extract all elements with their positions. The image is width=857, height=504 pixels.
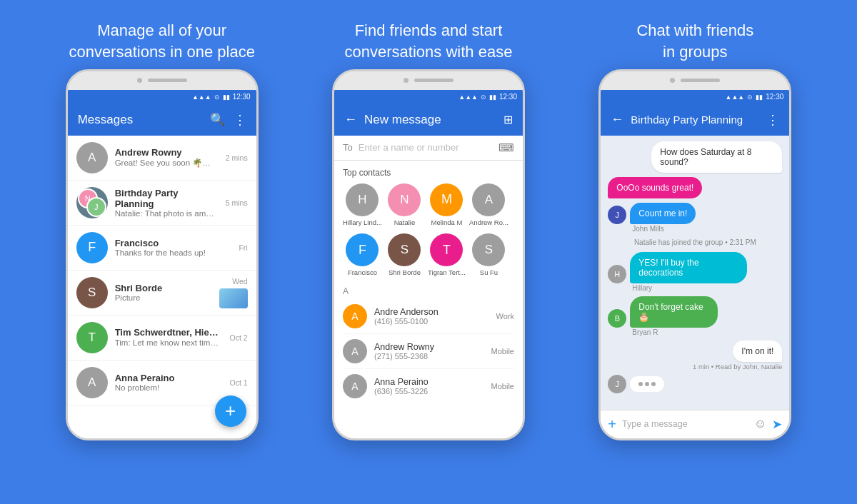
cl-avatar-2: A	[343, 339, 367, 363]
msg-info-2: Birthday Party Planning Natalie: That ph…	[115, 188, 219, 218]
contact-list-item-3[interactable]: A Anna Peraino (636) 555-3226 Mobile	[343, 369, 514, 403]
phone2-top-bar	[334, 71, 523, 90]
msg-name-2: Birthday Party Planning	[115, 188, 219, 209]
msg-item-4[interactable]: S Shri Borde Picture Wed	[68, 271, 256, 316]
overflow-icon1[interactable]: ⋮	[234, 112, 246, 128]
contact-avatar-su: S	[472, 233, 505, 266]
signal-icon3: ▲▲▲	[726, 94, 745, 101]
cl-name-2: Andrew Rowny	[374, 342, 484, 352]
add-icon[interactable]: +	[608, 416, 616, 433]
phone1-status-bar: ▲▲▲ ⊙ ▮▮ 12:30	[68, 90, 256, 104]
to-label: To	[343, 142, 353, 153]
battery-icon3: ▮▮	[756, 94, 763, 101]
typing-indicator: J	[608, 375, 782, 393]
cl-info-3: Anna Peraino (636) 555-3226	[374, 377, 484, 395]
bubble-4: YES! I'll buy the decorations	[630, 252, 747, 283]
msg-name-6: Anna Peraino	[115, 373, 223, 383]
fab-button[interactable]: +	[215, 395, 246, 427]
contact-avatar-francisco: F	[346, 233, 379, 266]
phone1-camera	[137, 78, 142, 83]
chat-input-placeholder[interactable]: Type a message	[622, 419, 748, 429]
dot2	[645, 382, 649, 386]
cl-phone-2: (271) 555-2368	[374, 352, 484, 361]
chat-msg-6: I'm on it! 1 min • Read by John, Natalie	[608, 341, 782, 371]
contact-shri[interactable]: S Shri Borde	[385, 233, 424, 276]
chat-msg-5: B Don't forget cake 🎂 Bryan R	[608, 296, 782, 336]
msg-item-1[interactable]: A Andrew Rowny Great! See you soon 🌴🌴🎉 2…	[68, 136, 256, 181]
bubble-6: I'm on it!	[733, 341, 782, 362]
phone2-app-bar: ← New message ⊞	[334, 104, 523, 136]
status-time1: 12:30	[233, 93, 251, 101]
back-icon3[interactable]: ←	[611, 112, 623, 127]
avatar-andrew: A	[76, 142, 108, 173]
msg-name-4: Shri Borde	[115, 283, 212, 293]
contact-avatar-hillary: H	[346, 183, 379, 216]
phone3-app-bar: ← Birthday Party Planning ⋮	[601, 104, 789, 136]
status-time2: 12:30	[499, 93, 517, 101]
contact-francisco[interactable]: F Francisco	[343, 233, 382, 276]
search-icon1[interactable]: 🔍	[210, 112, 225, 127]
contact-melinda[interactable]: M Melinda M	[427, 183, 466, 226]
cl-phone-3: (636) 555-3226	[374, 387, 484, 395]
phone3-top-bar	[601, 71, 789, 90]
contact-list-item-2[interactable]: A Andrew Rowny (271) 555-2368 Mobile	[343, 334, 514, 369]
back-icon2[interactable]: ←	[344, 112, 357, 127]
contact-name-tigran: Tigran Tert...	[428, 268, 466, 276]
chat-area: How does Saturday at 8 sound? OoOo sound…	[601, 136, 789, 410]
chat-msg-4: H YES! I'll buy the decorations Hillary	[608, 252, 782, 292]
chat-msg-1: How does Saturday at 8 sound?	[608, 141, 782, 173]
msg-name-3: Francisco	[115, 238, 232, 248]
msg-item-2[interactable]: N J Birthday Party Planning Natalie: Tha…	[68, 181, 256, 226]
msg-time-5: Oct 2	[230, 333, 248, 342]
contact-name-shri: Shri Borde	[389, 268, 421, 276]
msg-info-5: Tim Schwerdtner, Hieu Ta Tim: Let me kno…	[115, 327, 223, 348]
alpha-a: A	[343, 283, 514, 299]
contact-name-francisco: Francisco	[348, 268, 377, 276]
contact-name-hillary: Hillary Lind...	[343, 218, 382, 226]
chat-input-bar: + Type a message ☺ ➤	[601, 410, 789, 438]
contact-name-melinda: Melinda M	[431, 218, 463, 226]
chat-msg-3: J Count me in! John Mills	[608, 203, 782, 233]
panel2-heading: Find friends and start conversations wit…	[321, 20, 536, 64]
contact-hillary[interactable]: H Hillary Lind...	[343, 183, 382, 226]
msg-thumb-4	[219, 288, 248, 308]
keypad-icon[interactable]: ⌨	[498, 141, 514, 154]
sender-5: Bryan R	[608, 328, 658, 336]
phone3-screen: ▲▲▲ ⊙ ▮▮ 12:30 ← Birthday Party Planning…	[601, 90, 789, 438]
phone3: ▲▲▲ ⊙ ▮▮ 12:30 ← Birthday Party Planning…	[598, 69, 791, 440]
send-icon[interactable]: ➤	[772, 417, 782, 432]
top-contacts-label: Top contacts	[343, 168, 514, 178]
msg-time-3: Fri	[239, 243, 247, 252]
avatar-francisco: F	[76, 232, 108, 263]
avatar-j: J	[608, 206, 626, 224]
grid-icon2[interactable]: ⊞	[503, 113, 513, 126]
msg-preview-6: No problem!	[115, 383, 223, 392]
cl-name-3: Anna Peraino	[374, 377, 484, 387]
contact-su[interactable]: S Su Fu	[469, 233, 508, 276]
msg-preview-3: Thanks for the heads up!	[115, 248, 232, 257]
msg-preview-2: Natalie: That photo is amazing, Jake!	[115, 209, 219, 218]
messages-title: Messages	[78, 113, 210, 127]
cl-info-1: Andre Anderson (416) 555-0100	[374, 307, 489, 326]
overflow-icon3[interactable]: ⋮	[766, 112, 779, 128]
to-input[interactable]: Enter a name or number	[359, 142, 493, 153]
wifi-icon: ⊙	[214, 94, 220, 101]
contacts-row1: H Hillary Lind... N Natalie M Melinda M …	[343, 183, 514, 226]
contact-andrew-r[interactable]: A Andrew Ro...	[469, 183, 508, 226]
contact-natalie[interactable]: N Natalie	[385, 183, 424, 226]
contact-name-andrew-r: Andrew Ro...	[469, 218, 508, 226]
contact-list-item-1[interactable]: A Andre Anderson (416) 555-0100 Work	[343, 299, 514, 334]
contact-name-su: Su Fu	[480, 268, 498, 276]
msg-item-3[interactable]: F Francisco Thanks for the heads up! Fri	[68, 226, 256, 271]
msg-preview-1: Great! See you soon 🌴🌴🎉	[115, 158, 219, 168]
panel1-heading: Manage all of your conversations in one …	[55, 20, 269, 64]
msg-info-1: Andrew Rowny Great! See you soon 🌴🌴🎉	[115, 147, 219, 168]
phone2: ▲▲▲ ⊙ ▮▮ 12:30 ← New message ⊞ To Enter …	[332, 69, 525, 440]
msg-time-4: Wed	[232, 277, 247, 286]
msg-info-6: Anna Peraino No problem!	[115, 373, 223, 392]
contact-tigran[interactable]: T Tigran Tert...	[427, 233, 466, 276]
msg-time-6: Oct 1	[230, 378, 248, 387]
msg-item-5[interactable]: T Tim Schwerdtner, Hieu Ta Tim: Let me k…	[68, 316, 256, 361]
chat-msg-2: OoOo sounds great!	[608, 177, 782, 198]
emoji-icon[interactable]: ☺	[754, 417, 766, 431]
